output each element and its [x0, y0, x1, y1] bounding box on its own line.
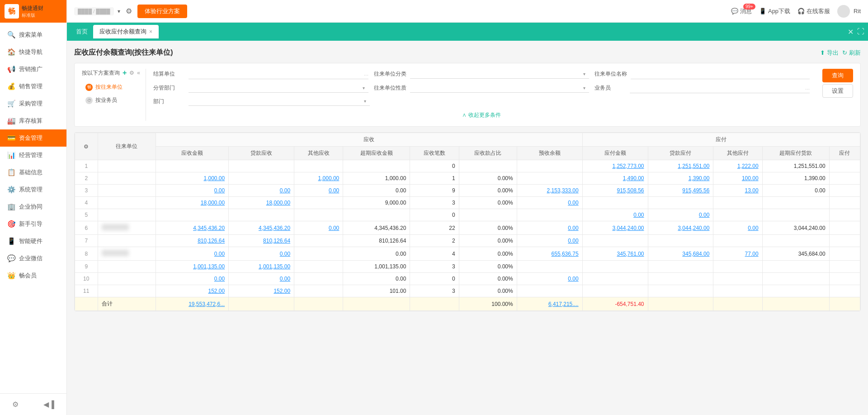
row-ar-amount[interactable]: 1,001,135.00 — [156, 261, 229, 273]
row-ar-amount[interactable]: 1,000.00 — [156, 172, 229, 185]
row-ar-loan[interactable]: 4,345,436.20 — [229, 221, 294, 235]
row-ap-other[interactable] — [713, 261, 762, 273]
row-ar-prepay[interactable]: 0.00 — [517, 221, 582, 235]
tab-home[interactable]: 首页 — [71, 25, 93, 38]
dept-select[interactable]: ▾ — [189, 84, 368, 93]
row-ar-amount[interactable]: 810,126.64 — [156, 235, 229, 247]
row-ar-loan[interactable]: 18,000.00 — [229, 197, 294, 209]
row-ap-amount[interactable] — [582, 235, 648, 247]
footer-ar-total[interactable]: 19,553,472,6... — [156, 297, 229, 311]
sidebar-item-search-menu[interactable]: 🔍 搜索菜单 — [0, 26, 66, 43]
row-ar-loan[interactable]: 0.00 — [229, 273, 294, 285]
filter-collapse-btn[interactable]: ∧ 收起更多条件 — [153, 110, 810, 121]
row-ar-other[interactable]: 1,000.00 — [294, 172, 343, 185]
sidebar-settings-btn[interactable]: ⚙ — [8, 397, 23, 411]
row-ap-other[interactable]: 1,222.00 — [713, 160, 762, 172]
row-ar-other[interactable] — [294, 261, 343, 273]
sidebar-item-hardware[interactable]: 📱 智能硬件 — [0, 233, 66, 250]
row-ap-other[interactable] — [713, 197, 762, 209]
row-ar-prepay[interactable]: 0.00 — [517, 197, 582, 209]
partner-nature-select[interactable]: ▾ — [410, 84, 589, 93]
row-ap-loan[interactable] — [648, 235, 713, 247]
row-ap-amount[interactable] — [582, 261, 648, 273]
row-ap-amount[interactable]: 0.00 — [582, 209, 648, 221]
query-btn[interactable]: 查询 — [822, 69, 853, 82]
row-ar-other[interactable] — [294, 209, 343, 221]
user-info[interactable]: Rit — [837, 5, 861, 18]
setting-btn[interactable]: 设置 — [822, 84, 853, 98]
row-ar-prepay[interactable]: 0.00 — [517, 235, 582, 247]
salesperson-dots[interactable]: ... — [805, 85, 810, 91]
row-ar-amount[interactable]: 0.00 — [156, 247, 229, 261]
row-ap-other[interactable]: 13.00 — [713, 185, 762, 197]
row-ar-loan[interactable] — [229, 172, 294, 185]
sidebar-item-quick-nav[interactable]: 🏠 快捷导航 — [0, 43, 66, 61]
refresh-btn[interactable]: ↻ 刷新 — [842, 49, 861, 57]
row-ar-other[interactable] — [294, 247, 343, 261]
salesperson-input[interactable] — [630, 83, 803, 93]
header-gear-icon[interactable]: ⚙ — [124, 5, 134, 17]
export-btn[interactable]: ⬆ 导出 — [820, 49, 839, 57]
row-ap-amount[interactable]: 1,490.00 — [582, 172, 648, 185]
settlement-unit-input[interactable] — [189, 69, 362, 79]
sidebar-item-marketing[interactable]: 📢 营销推广 — [0, 61, 66, 78]
row-ap-other[interactable] — [713, 273, 762, 285]
row-ar-loan[interactable]: 810,126.64 — [229, 235, 294, 247]
row-ar-prepay[interactable] — [517, 160, 582, 172]
sidebar-item-corp[interactable]: 🏢 企业协同 — [0, 198, 66, 215]
row-ar-loan[interactable] — [229, 160, 294, 172]
row-ap-amount[interactable] — [582, 273, 648, 285]
sidebar-item-finance[interactable]: 💳 资金管理 — [0, 129, 66, 147]
row-ar-loan[interactable] — [229, 209, 294, 221]
tab-active[interactable]: 应收应付余额查询 × — [93, 25, 159, 38]
row-ap-loan[interactable]: 3,044,240.00 — [648, 221, 713, 235]
row-ar-other[interactable] — [294, 235, 343, 247]
online-service-btn[interactable]: 🎧 在线客服 — [797, 7, 830, 15]
row-ap-amount[interactable] — [582, 285, 648, 297]
row-ar-loan[interactable]: 0.00 — [229, 247, 294, 261]
row-ap-amount[interactable]: 345,761.00 — [582, 247, 648, 261]
row-ar-loan[interactable]: 0.00 — [229, 185, 294, 197]
row-ar-amount[interactable] — [156, 160, 229, 172]
row-ap-amount[interactable] — [582, 197, 648, 209]
row-ap-loan[interactable] — [648, 285, 713, 297]
scheme-by-partner[interactable]: 畅 按往来单位 — [82, 81, 140, 93]
row-ap-loan[interactable]: 1,390.00 — [648, 172, 713, 185]
row-ar-loan[interactable]: 1,001,135.00 — [229, 261, 294, 273]
row-ar-prepay[interactable]: 655,636.75 — [517, 247, 582, 261]
tab-close-icon[interactable]: × — [149, 29, 152, 35]
row-ar-prepay[interactable]: 0.00 — [517, 273, 582, 285]
row-ap-other[interactable] — [713, 285, 762, 297]
row-ap-amount[interactable]: 1,252,773.00 — [582, 160, 648, 172]
row-ap-loan[interactable]: 1,251,551.00 — [648, 160, 713, 172]
row-ap-other[interactable]: 77.00 — [713, 247, 762, 261]
table-settings-col[interactable]: ⚙ — [75, 133, 98, 160]
row-ar-prepay[interactable]: 2,153,333.00 — [517, 185, 582, 197]
row-ap-other[interactable] — [713, 209, 762, 221]
filter-add-btn[interactable]: + — [123, 69, 127, 77]
sidebar-item-purchase[interactable]: 🛒 采购管理 — [0, 95, 66, 112]
app-download-btn[interactable]: 📱 App下载 — [759, 7, 790, 15]
scheme-by-salesperson[interactable]: ⏱ 按业务员 — [82, 95, 140, 106]
tab-maximize-icon[interactable]: ⛶ — [857, 28, 864, 36]
department-select[interactable]: ▾ — [189, 97, 370, 106]
row-ap-loan[interactable] — [648, 273, 713, 285]
footer-ar-prepay[interactable]: 6,417,215.... — [517, 297, 582, 311]
row-ap-other[interactable]: 100.00 — [713, 172, 762, 185]
row-ar-other[interactable]: 0.00 — [294, 221, 343, 235]
sidebar-collapse-btn[interactable]: ◀▐ — [39, 397, 58, 411]
row-ar-amount[interactable] — [156, 209, 229, 221]
row-ar-amount[interactable]: 4,345,436.20 — [156, 221, 229, 235]
row-ar-prepay[interactable] — [517, 261, 582, 273]
row-ar-prepay[interactable] — [517, 172, 582, 185]
row-ar-amount[interactable]: 18,000.00 — [156, 197, 229, 209]
row-ap-loan[interactable] — [648, 261, 713, 273]
partner-category-select[interactable]: ▾ — [410, 70, 589, 79]
row-ar-amount[interactable]: 152.00 — [156, 285, 229, 297]
sidebar-item-wechat[interactable]: 💬 企业微信 — [0, 250, 66, 267]
row-ar-amount[interactable]: 0.00 — [156, 273, 229, 285]
row-ap-amount[interactable]: 3,044,240.00 — [582, 221, 648, 235]
row-ar-loan[interactable]: 152.00 — [229, 285, 294, 297]
tab-close-window-icon[interactable]: ✕ — [848, 28, 854, 36]
row-ap-loan[interactable]: 915,495.56 — [648, 185, 713, 197]
